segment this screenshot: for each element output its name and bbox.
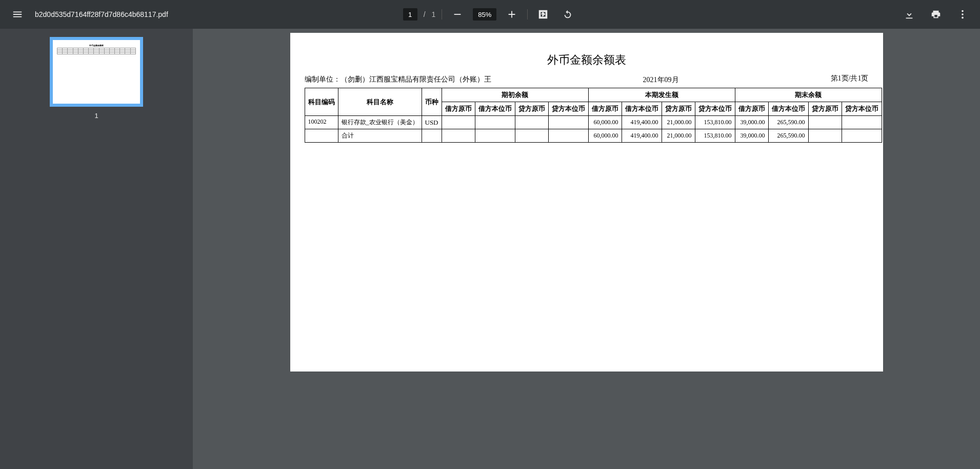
cell <box>442 129 475 143</box>
org-label: 编制单位： <box>305 75 341 83</box>
cell <box>548 129 588 143</box>
print-icon[interactable] <box>927 5 945 24</box>
cell: 21,000.00 <box>662 116 695 129</box>
col-clo-do: 借方原币 <box>735 102 768 116</box>
menu-icon[interactable] <box>8 5 27 24</box>
col-clo-cb: 贷方本位币 <box>842 102 882 116</box>
svg-point-2 <box>962 17 964 19</box>
cell: 39,000.00 <box>735 129 768 143</box>
page-thumbnail[interactable]: 外币金额余额表 1 <box>50 37 143 120</box>
cell: 419,400.00 <box>622 129 662 143</box>
col-group-close: 期末余额 <box>735 88 882 102</box>
cell <box>842 129 882 143</box>
cell <box>515 129 548 143</box>
cell-code <box>305 129 338 143</box>
cell <box>475 116 515 129</box>
col-per-do: 借方原币 <box>588 102 622 116</box>
cell-currency: USD <box>422 116 442 129</box>
period-label: 2021年09月 <box>643 75 679 85</box>
cell: 265,590.00 <box>768 129 808 143</box>
org-info: 编制单位：（勿删）江西服宝精品有限责任公司（外账）王 <box>305 74 491 85</box>
col-open-do: 借方原币 <box>442 102 475 116</box>
cell <box>442 116 475 129</box>
pdf-toolbar: b2d0d535d7164ff28f7d7d86c4b68117.pdf / 1… <box>0 0 980 29</box>
col-currency: 币种 <box>422 88 442 116</box>
col-per-cb: 贷方本位币 <box>695 102 735 116</box>
more-icon[interactable] <box>953 5 972 24</box>
col-open-db: 借方本位币 <box>475 102 515 116</box>
pdf-page: 外币金额余额表 编制单位：（勿删）江西服宝精品有限责任公司（外账）王 2021年… <box>290 33 883 372</box>
page-total: 1 <box>432 10 436 18</box>
col-open-cb: 贷方本位币 <box>548 102 588 116</box>
col-per-db: 借方本位币 <box>622 102 662 116</box>
page-info: 第1页/共1页 <box>831 74 869 83</box>
document-title: 外币金额余额表 <box>305 52 869 68</box>
cell: 39,000.00 <box>735 116 768 129</box>
cell <box>548 116 588 129</box>
cell: 60,000.00 <box>588 116 622 129</box>
table-row: 100202 银行存款_农业银行（美金） USD 60,000.00 419,4… <box>305 116 882 129</box>
cell: 265,590.00 <box>768 116 808 129</box>
thumb-title: 外币金额余额表 <box>57 44 136 47</box>
cell: 153,810.00 <box>695 116 735 129</box>
cell: 21,000.00 <box>662 129 695 143</box>
main-area: 外币金额余额表 1 外币金额余额表 编制单位：（勿删）江西服宝精品有限责任公司（… <box>0 29 980 469</box>
fit-page-icon[interactable] <box>534 5 552 24</box>
thumbnail-sidebar: 外币金额余额表 1 <box>0 29 193 469</box>
col-open-co: 贷方原币 <box>515 102 548 116</box>
cell-code: 100202 <box>305 116 338 129</box>
filename-label: b2d0d535d7164ff28f7d7d86c4b68117.pdf <box>35 10 168 18</box>
document-viewport[interactable]: 外币金额余额表 编制单位：（勿删）江西服宝精品有限责任公司（外账）王 2021年… <box>193 29 980 469</box>
svg-point-1 <box>962 13 964 15</box>
zoom-level[interactable]: 85% <box>473 8 496 21</box>
cell <box>475 129 515 143</box>
col-group-open: 期初余额 <box>442 88 588 102</box>
divider <box>527 9 528 19</box>
table-header-row: 科目编码 科目名称 币种 期初余额 本期发生额 期末余额 <box>305 88 882 102</box>
balance-table: 科目编码 科目名称 币种 期初余额 本期发生额 期末余额 借方原币 借方本位币 … <box>305 88 882 143</box>
thumb-page-number: 1 <box>94 112 98 120</box>
cell-name: 合计 <box>338 129 422 143</box>
cell <box>808 116 842 129</box>
rotate-icon[interactable] <box>558 5 577 24</box>
thumb-table <box>57 48 136 54</box>
cell-currency <box>422 129 442 143</box>
cell: 153,810.00 <box>695 129 735 143</box>
org-value: （勿删）江西服宝精品有限责任公司（外账）王 <box>341 75 491 83</box>
cell <box>515 116 548 129</box>
col-code: 科目编码 <box>305 88 338 116</box>
svg-point-0 <box>962 10 964 12</box>
cell: 60,000.00 <box>588 129 622 143</box>
col-group-period: 本期发生额 <box>588 88 735 102</box>
col-name: 科目名称 <box>338 88 422 116</box>
cell <box>842 116 882 129</box>
page-sep: / <box>424 10 426 18</box>
cell <box>808 129 842 143</box>
page-number-input[interactable] <box>403 8 417 21</box>
zoom-in-icon[interactable] <box>503 5 521 24</box>
zoom-out-icon[interactable] <box>448 5 467 24</box>
col-per-co: 贷方原币 <box>662 102 695 116</box>
download-icon[interactable] <box>900 5 918 24</box>
meta-row: 编制单位：（勿删）江西服宝精品有限责任公司（外账）王 2021年09月 第1页/… <box>305 74 869 85</box>
cell-name: 银行存款_农业银行（美金） <box>338 116 422 129</box>
cell: 419,400.00 <box>622 116 662 129</box>
table-row: 合计 60,000.00 419,400.00 21,000.00 153,81… <box>305 129 882 143</box>
divider <box>442 9 442 19</box>
col-clo-co: 贷方原币 <box>808 102 842 116</box>
col-clo-db: 借方本位币 <box>768 102 808 116</box>
